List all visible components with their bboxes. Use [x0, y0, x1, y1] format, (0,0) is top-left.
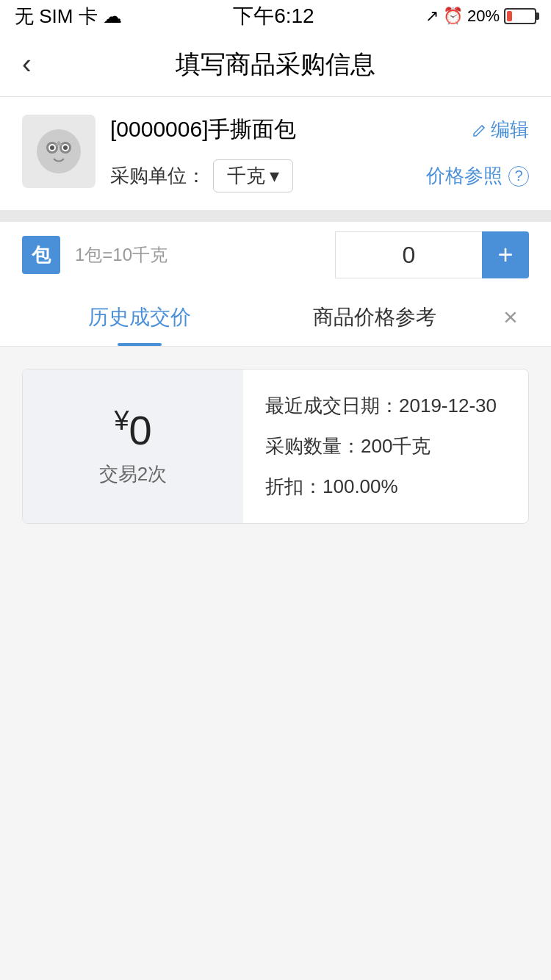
svg-point-5 [50, 145, 54, 150]
card-price: ¥0 [114, 406, 151, 454]
edit-icon [472, 122, 488, 138]
battery-percent: 20% [467, 7, 500, 26]
status-left: 无 SIM 卡 ☁ [15, 4, 122, 29]
tab-product-price-label: 商品价格参考 [313, 303, 436, 331]
edit-button[interactable]: 编辑 [472, 117, 529, 143]
unit-selector[interactable]: 千克 ▾ [213, 159, 293, 192]
unit-convert: 1包=10千克 [75, 243, 168, 267]
tab-history-label: 历史成交价 [88, 303, 191, 331]
discount-item: 折扣：100.00% [265, 472, 506, 501]
recent-date-item: 最近成交日期：2019-12-30 [265, 392, 506, 420]
product-info: [0000006]手撕面包 编辑 采购单位： 千克 ▾ [110, 115, 529, 192]
quantity-plus-button[interactable]: + [482, 231, 529, 278]
battery-icon [504, 8, 536, 24]
page-title: 填写商品采购信息 [176, 48, 375, 82]
card-left: ¥0 交易2次 [23, 370, 243, 523]
status-time: 下午6:12 [233, 2, 314, 30]
purchase-qty-value: 200千克 [361, 435, 431, 457]
recent-date-value: 2019-12-30 [399, 394, 497, 417]
section-divider [0, 210, 551, 222]
product-image [33, 126, 84, 177]
discount-label: 折扣： [265, 475, 323, 497]
help-icon: ? [508, 166, 529, 187]
unit-label: 包 1包=10千克 [22, 236, 168, 274]
unit-box: 包 [22, 236, 60, 274]
svg-point-6 [63, 145, 68, 150]
recent-date-label: 最近成交日期： [265, 394, 399, 417]
status-right: ↗ ⏰ 20% [425, 7, 536, 26]
dropdown-icon: ▾ [270, 165, 279, 187]
tabs: 历史成交价 商品价格参考 × [0, 288, 551, 347]
product-name: [0000006]手撕面包 [110, 115, 296, 145]
history-card: ¥0 交易2次 最近成交日期：2019-12-30 采购数量：200千克 折扣：… [22, 369, 529, 524]
quantity-input[interactable] [335, 231, 482, 278]
location-icon: ↗ [425, 7, 439, 26]
tab-underline [118, 343, 162, 346]
nav-bar: ‹ 填写商品采购信息 [0, 32, 551, 97]
purchase-qty-label: 采购数量： [265, 435, 361, 457]
tab-history-price[interactable]: 历史成交价 [22, 288, 257, 346]
card-right: 最近成交日期：2019-12-30 采购数量：200千克 折扣：100.00% [243, 370, 528, 523]
product-section: [0000006]手撕面包 编辑 采购单位： 千克 ▾ [0, 97, 551, 210]
yen-symbol: ¥ [114, 406, 129, 436]
discount-value: 100.00% [323, 475, 398, 497]
svg-point-0 [37, 129, 81, 173]
trade-count: 交易2次 [99, 461, 167, 487]
purchase-unit: 采购单位： 千克 ▾ [110, 159, 293, 192]
quantity-row: 包 1包=10千克 + [0, 222, 551, 288]
quantity-controls: + [335, 231, 529, 278]
sim-text: 无 SIM 卡 ☁ [15, 4, 122, 29]
tab-product-price-ref[interactable]: 商品价格参考 [257, 288, 492, 346]
price-ref-button[interactable]: 价格参照 ? [426, 163, 529, 189]
modal-section: 历史成交价 商品价格参考 × ¥0 交易2次 最近成交日期：2019-12-30… [0, 288, 551, 980]
alarm-icon: ⏰ [443, 7, 463, 26]
price-value: 0 [129, 407, 151, 453]
status-bar: 无 SIM 卡 ☁ 下午6:12 ↗ ⏰ 20% [0, 0, 551, 32]
product-logo [22, 115, 96, 188]
close-button[interactable]: × [492, 299, 529, 336]
back-button[interactable]: ‹ [22, 41, 46, 87]
card-container: ¥0 交易2次 最近成交日期：2019-12-30 采购数量：200千克 折扣：… [0, 347, 551, 980]
purchase-qty-item: 采购数量：200千克 [265, 432, 506, 461]
